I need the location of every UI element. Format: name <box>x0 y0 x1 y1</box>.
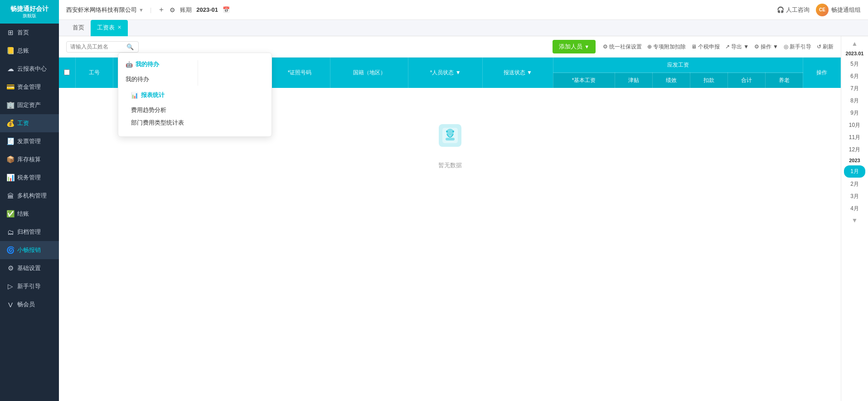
empty-illustration <box>430 115 470 156</box>
popup-link-trend[interactable]: 费用趋势分析 <box>131 104 192 116</box>
th-total: 合计 <box>727 73 765 88</box>
content-area: 🔍 添加人员 ▼ ⚙ 统一社保设置 ⊕ 专项附加扣除 <box>59 36 868 401</box>
tab-salary-label: 工资表 <box>97 24 115 32</box>
social-insurance-btn[interactable]: ⚙ 统一社保设置 <box>603 43 642 51</box>
search-icon[interactable]: 🔍 <box>126 43 134 50</box>
sidebar-item-home[interactable]: ⊞首页 <box>0 24 59 42</box>
month-item-9[interactable]: 9月 <box>841 107 868 119</box>
month-item-2[interactable]: 2月 <box>841 178 868 190</box>
month-nav-down[interactable]: ▼ <box>849 215 860 226</box>
th-job-no: 工号 <box>75 58 113 88</box>
th-wage-group: 应发工资 <box>553 58 803 73</box>
settings-icon[interactable]: ⚙ <box>170 6 175 14</box>
calendar-icon[interactable]: 📅 <box>223 6 230 13</box>
month-item-10[interactable]: 10月 <box>841 119 868 131</box>
multi-org-icon: 🏛 <box>6 192 15 200</box>
sidebar-item-fixed-asset[interactable]: 🏢固定资产 <box>0 96 59 114</box>
th-id-no: *证照号码 <box>269 58 330 88</box>
sidebar-item-tax[interactable]: 📊税务管理 <box>0 169 59 187</box>
th-allowance: 津贴 <box>615 73 652 88</box>
month-item-3[interactable]: 3月 <box>841 190 868 203</box>
year-label-2023: 2023 <box>849 156 860 165</box>
sidebar-item-settlement[interactable]: ✅结账 <box>0 205 59 223</box>
operations-label: 操作 <box>761 43 771 51</box>
customer-service-btn[interactable]: 🎧 人工咨询 <box>777 6 810 14</box>
month-nav-up[interactable]: ▲ <box>849 38 860 49</box>
social-insurance-label: 统一社保设置 <box>609 43 642 51</box>
popup-link-dept[interactable]: 部门费用类型统计表 <box>131 116 192 129</box>
tax-report-label: 个税申报 <box>698 43 720 51</box>
sidebar-item-archive[interactable]: 🗂归档管理 <box>0 223 59 241</box>
month-item-8[interactable]: 8月 <box>841 95 868 107</box>
th-deduction: 扣款 <box>690 73 727 88</box>
sidebar-item-invoice[interactable]: 🧾发票管理 <box>0 132 59 150</box>
export-icon: ↗ <box>725 43 730 50</box>
tabs-bar: 首页 工资表 ✕ <box>59 20 868 36</box>
new-guide-label: 新手引导 <box>790 43 811 51</box>
th-checkbox[interactable] <box>59 58 75 88</box>
settlement-icon: ✅ <box>6 210 15 218</box>
month-item-12[interactable]: 12月 <box>841 144 868 156</box>
search-input[interactable] <box>70 43 125 50</box>
sidebar-label-salary: 工资 <box>17 119 29 127</box>
operations-btn[interactable]: ⚙ 操作 ▼ <box>754 43 778 51</box>
sidebar-item-xiaochang[interactable]: 🌀小畅报销 <box>0 241 59 259</box>
sidebar-item-newguide[interactable]: ▷新手引导 <box>0 277 59 295</box>
tab-close-icon[interactable]: ✕ <box>117 24 121 30</box>
tab-salary-table[interactable]: 工资表 ✕ <box>91 20 128 36</box>
fund-icon: 💳 <box>6 83 15 91</box>
sidebar-item-multi-org[interactable]: 🏛多机构管理 <box>0 187 59 205</box>
add-person-button[interactable]: 添加人员 ▼ <box>553 40 596 53</box>
month-item-4[interactable]: 4月 <box>841 203 868 215</box>
sidebar-item-salary[interactable]: 💰工资 <box>0 114 59 132</box>
export-btn[interactable]: ↗ 导出 ▼ <box>725 43 749 51</box>
popup-link-todo[interactable]: 我的待办 <box>126 73 192 86</box>
salary-icon: 💰 <box>6 119 15 127</box>
add-icon[interactable]: ＋ <box>158 5 165 14</box>
tax-report-btn[interactable]: 🖥 个税申报 <box>691 43 720 51</box>
company-selector[interactable]: 西安虾米网络科技有限公司 ▼ <box>66 6 144 14</box>
sidebar-label-basic: 基础设置 <box>17 264 41 272</box>
search-wrap: 🔍 <box>66 41 139 53</box>
export-label: 导出 <box>731 43 742 51</box>
guide-icon: ◎ <box>784 43 788 50</box>
plus-icon: ⊕ <box>647 43 652 50</box>
popup-grid: 🤖 我的待办 我的待办 📊 报表统计 费用趋势分析 部门费用类型统计表 <box>126 60 264 129</box>
th-operations: 操作 <box>803 58 840 88</box>
sidebar-item-member[interactable]: V畅会员 <box>0 295 59 314</box>
sidebar-item-basic[interactable]: ⚙基础设置 <box>0 259 59 277</box>
refresh-btn[interactable]: ↺ 刷新 <box>817 43 834 51</box>
sidebar-label-tax: 税务管理 <box>17 174 41 182</box>
month-item-5[interactable]: 5月 <box>841 58 868 70</box>
sidebar-label-newguide: 新手引导 <box>17 282 41 290</box>
special-deduction-label: 专项附加扣除 <box>653 43 686 51</box>
user-avatar-area[interactable]: CE 畅捷通组组 <box>816 4 861 16</box>
svg-rect-3 <box>446 138 455 140</box>
home-icon: ⊞ <box>6 29 15 37</box>
popup-section-1: 🤖 我的待办 我的待办 <box>126 60 192 86</box>
refresh-icon: ↺ <box>817 43 821 50</box>
special-deduction-btn[interactable]: ⊕ 专项附加扣除 <box>647 43 686 51</box>
month-item-1[interactable]: 1月 <box>844 165 865 178</box>
sidebar-item-cloud-report[interactable]: ☁云报表中心 <box>0 60 59 78</box>
sidebar-label-inventory: 库存核算 <box>17 155 41 164</box>
select-all-checkbox[interactable] <box>64 69 70 75</box>
logo-title: 畅捷通好会计 <box>10 5 48 13</box>
tab-home[interactable]: 首页 <box>66 20 91 36</box>
sidebar: 畅捷通好会计 旗舰版 ⊞首页📒总账☁云报表中心💳资金管理🏢固定资产💰工资🧾发票管… <box>0 0 59 401</box>
topbar: 西安虾米网络科技有限公司 ▼ | ＋ ⚙ 账期 2023-01 📅 🎧 人工咨询… <box>59 0 868 20</box>
new-guide-btn[interactable]: ◎ 新手引导 <box>784 43 811 51</box>
refresh-label: 刷新 <box>823 43 834 51</box>
month-item-6[interactable]: 6月 <box>841 70 868 82</box>
sidebar-item-fund[interactable]: 💳资金管理 <box>0 78 59 96</box>
basic-icon: ⚙ <box>6 264 15 272</box>
sidebar-item-inventory[interactable]: 📦库存核算 <box>0 150 59 169</box>
section2-title: 📊 报表统计 <box>131 91 192 99</box>
month-item-11[interactable]: 11月 <box>841 131 868 144</box>
cloud-report-icon: ☁ <box>6 65 15 73</box>
month-item-7[interactable]: 7月 <box>841 82 868 95</box>
logo-area: 畅捷通好会计 旗舰版 <box>0 0 59 24</box>
sidebar-item-ledger[interactable]: 📒总账 <box>0 42 59 60</box>
th-country: 国籍（地区） <box>330 58 408 88</box>
main-area: 西安虾米网络科技有限公司 ▼ | ＋ ⚙ 账期 2023-01 📅 🎧 人工咨询… <box>59 0 868 401</box>
